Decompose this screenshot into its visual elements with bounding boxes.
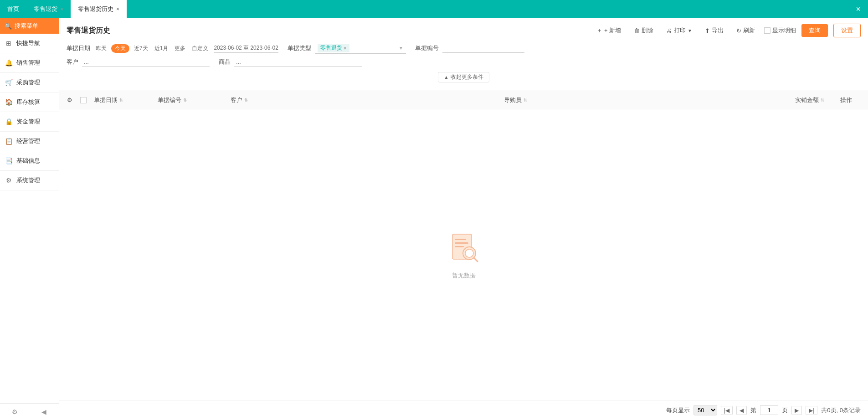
settings-button[interactable]: 设置 [833, 24, 861, 37]
page-prev-button[interactable]: ◀ [736, 406, 747, 415]
sidebar-item-base-info[interactable]: 📑 基础信息 [0, 151, 59, 171]
sidebar-settings-button[interactable]: ⚙ [0, 404, 30, 420]
sidebar-item-sys-mgmt[interactable]: ⚙ 系统管理 [0, 171, 59, 190]
date-option-more[interactable]: 更多 [173, 44, 187, 53]
bill-type-label: 单据类型 [288, 44, 311, 52]
customer-filter: 客户 [67, 57, 210, 67]
th-date[interactable]: 单据日期 ⇅ [90, 96, 154, 104]
th-guide-label: 导购员 [504, 96, 522, 104]
table-settings-button[interactable]: ⚙ [63, 97, 77, 103]
th-customer-label: 客户 [231, 96, 242, 104]
pagination: 每页显示 50 10 20 100 |◀ ◀ 第 页 ▶ ▶| 共0页, 0条记… [59, 400, 868, 420]
purchase-icon: 🛒 [5, 78, 13, 87]
sidebar-search[interactable]: 🔍 搜索菜单 [0, 18, 59, 34]
th-customer[interactable]: 客户 ⇅ [227, 96, 500, 104]
tab-retail-return-history[interactable]: 零售退货历史 × [71, 0, 127, 18]
bill-no-input[interactable] [442, 44, 524, 53]
sidebar-item-label: 库存核算 [16, 98, 40, 106]
close-tab-retail-return[interactable]: × [60, 6, 63, 12]
page-word: 第 [750, 406, 756, 415]
th-ops: 操作 [828, 96, 864, 104]
svg-line-6 [474, 258, 478, 261]
query-button[interactable]: 今天 查询 [801, 24, 828, 37]
current-page-input[interactable] [760, 405, 778, 415]
main-layout: 🔍 搜索菜单 ⊞ 快捷导航 🔔 销售管理 🛒 采购管理 🏠 库存核算 🔒 资金管… [0, 18, 868, 420]
sidebar-item-inventory[interactable]: 🏠 库存核算 [0, 92, 59, 112]
select-all-checkbox[interactable] [80, 97, 87, 103]
page-next-button[interactable]: ▶ [791, 406, 802, 415]
bill-type-dropdown-icon: ▼ [399, 46, 403, 51]
filter-row-2: 客户 商品 [67, 57, 861, 67]
collapse-row: ▲ 收起更多条件 [67, 70, 861, 86]
filter-row-1: 单据日期 昨天 今天 近7天 近1月 更多 自定义 2023-06-02 至 2… [67, 43, 861, 54]
goods-input[interactable] [234, 57, 362, 67]
bill-no-filter: 单据编号 [415, 44, 524, 53]
base-info-icon: 📑 [5, 157, 13, 165]
top-nav: 首页 零售退货 × 零售退货历史 × × [0, 0, 868, 18]
sort-guide-icon: ⇅ [524, 97, 527, 102]
print-button[interactable]: 🖨 打印 ▼ [663, 25, 696, 36]
bill-type-tag-close[interactable]: × [344, 45, 347, 51]
sidebar-item-label: 资金管理 [16, 118, 40, 126]
sidebar-search-label: 搜索菜单 [15, 22, 38, 30]
table-select-all[interactable] [77, 97, 90, 103]
empty-icon [446, 230, 482, 266]
th-no-label: 单据编号 [158, 96, 181, 104]
sidebar-item-operations[interactable]: 📋 经营管理 [0, 132, 59, 151]
refresh-button[interactable]: ↻ 刷新 [733, 25, 759, 36]
page-title-row: 零售退货历史 ＋ + 新增 🗑 删除 🖨 打印 ▼ [67, 24, 861, 37]
bill-type-filter: 单据类型 零售退货 × ▼ [288, 43, 406, 54]
sidebar-item-sales-mgmt[interactable]: 🔔 销售管理 [0, 53, 59, 73]
th-amount[interactable]: 实销金额 ⇅ [773, 96, 828, 104]
sidebar-item-label: 采购管理 [16, 78, 40, 87]
sidebar-collapse-button[interactable]: ◀ [30, 404, 59, 420]
show-details-toggle[interactable]: 显示明细 [764, 26, 796, 35]
delete-icon: 🗑 [634, 27, 640, 34]
sidebar: 🔍 搜索菜单 ⊞ 快捷导航 🔔 销售管理 🛒 采购管理 🏠 库存核算 🔒 资金管… [0, 18, 59, 420]
th-no[interactable]: 单据编号 ⇅ [154, 96, 227, 104]
export-button[interactable]: ⬆ 导出 [701, 25, 727, 36]
goods-label: 商品 [219, 58, 231, 66]
sort-date-icon: ⇅ [119, 97, 123, 102]
export-icon: ⬆ [705, 27, 710, 34]
date-option-1month[interactable]: 近1月 [153, 44, 170, 53]
date-option-custom[interactable]: 自定义 [190, 44, 210, 53]
toolbar: ＋ + 新增 🗑 删除 🖨 打印 ▼ ⬆ 导出 [593, 24, 861, 37]
collapse-button[interactable]: ▲ 收起更多条件 [438, 72, 490, 82]
th-guide[interactable]: 导购员 ⇅ [500, 96, 774, 104]
total-info: 共0页, 0条记录 [821, 406, 861, 415]
delete-button[interactable]: 🗑 删除 [630, 25, 657, 36]
th-amount-label: 实销金额 [795, 96, 819, 104]
sys-mgmt-icon: ⚙ [5, 176, 13, 184]
date-range[interactable]: 2023-06-02 至 2023-06-02 [214, 44, 278, 53]
content-area: 零售退货历史 ＋ + 新增 🗑 删除 🖨 打印 ▼ [59, 18, 868, 420]
tab-home[interactable]: 首页 [0, 0, 26, 18]
page-size-label: 每页显示 [666, 406, 690, 415]
date-option-yesterday[interactable]: 昨天 [94, 44, 108, 53]
sidebar-item-quick-nav[interactable]: ⊞ 快捷导航 [0, 34, 59, 53]
show-details-checkbox[interactable] [764, 27, 770, 34]
page-last-button[interactable]: ▶| [806, 406, 817, 415]
page-size-select[interactable]: 50 10 20 100 [693, 405, 717, 415]
refresh-icon: ↻ [736, 27, 741, 34]
sidebar-item-label: 销售管理 [16, 59, 40, 67]
add-button[interactable]: ＋ + 新增 [593, 25, 625, 36]
tab-retail-return[interactable]: 零售退货 × [26, 0, 71, 18]
date-option-today[interactable]: 今天 [111, 44, 129, 53]
page-first-button[interactable]: |◀ [721, 406, 733, 415]
customer-input[interactable] [82, 57, 210, 67]
close-tab-retail-return-history[interactable]: × [116, 6, 119, 12]
date-option-7days[interactable]: 近7天 [132, 44, 150, 53]
svg-rect-1 [455, 239, 466, 240]
finance-icon: 🔒 [5, 118, 13, 126]
tab-bar: 首页 零售退货 × 零售退货历史 × [0, 0, 848, 18]
sidebar-item-finance[interactable]: 🔒 资金管理 [0, 112, 59, 132]
customer-label: 客户 [67, 58, 78, 66]
sales-icon: 🔔 [5, 59, 13, 67]
bill-type-select[interactable]: 零售退货 × ▼ [315, 43, 406, 54]
bill-no-label: 单据编号 [415, 44, 439, 52]
print-dropdown-icon: ▼ [688, 28, 692, 33]
sidebar-item-purchase-mgmt[interactable]: 🛒 采购管理 [0, 73, 59, 92]
print-icon: 🖨 [666, 27, 672, 34]
window-close-button[interactable]: × [848, 5, 868, 14]
